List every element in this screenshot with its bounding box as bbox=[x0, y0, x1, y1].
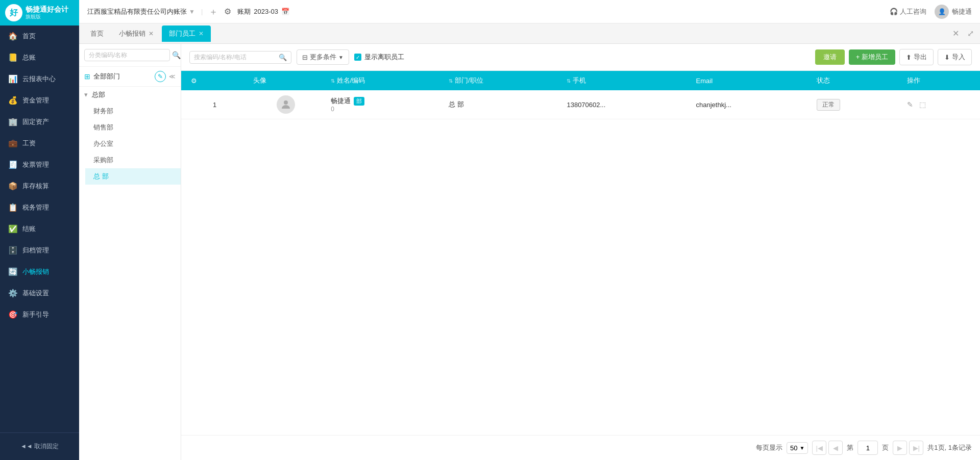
checkbox-icon: ✓ bbox=[354, 54, 361, 61]
sidebar-item-inventory[interactable]: 📦 库存核算 bbox=[0, 175, 79, 197]
app-logo: 好 畅捷通好会计 旗舰版 bbox=[0, 0, 79, 25]
delete-icon[interactable]: ⬚ bbox=[919, 100, 926, 109]
dept-edit-button[interactable]: ✎ bbox=[155, 71, 166, 82]
sidebar-item-invoice[interactable]: 🧾 发票管理 bbox=[0, 154, 79, 175]
col-num bbox=[207, 71, 247, 90]
employee-panel: 🔍 ⊟ 更多条件 ▼ ✓ 显示离职员工 邀请 + 新增员工 ⬆ 导出 bbox=[181, 44, 980, 460]
sidebar-item-home[interactable]: 🏠 首页 bbox=[0, 25, 79, 47]
inventory-icon: 📦 bbox=[8, 182, 17, 191]
sidebar-item-capital[interactable]: 💰 资金管理 bbox=[0, 90, 79, 111]
company-selector[interactable]: 江西服宝精品有限责任公司内账张 ▼ bbox=[87, 7, 195, 16]
show-resigned-checkbox[interactable]: ✓ 显示离职员工 bbox=[354, 53, 404, 62]
dept-root-item[interactable]: ▾ 总部 bbox=[79, 87, 181, 103]
company-dropdown-icon: ▼ bbox=[189, 8, 195, 15]
cancel-pin-button[interactable]: ◄◄ 取消固定 bbox=[0, 438, 79, 455]
tab-home[interactable]: 首页 bbox=[83, 25, 111, 42]
period-selector[interactable]: 账期 2023-03 📅 bbox=[237, 7, 289, 16]
grid-icon: ⊞ bbox=[84, 72, 90, 81]
sidebar-item-label: 归档管理 bbox=[22, 246, 49, 255]
first-page-button[interactable]: |◀ bbox=[812, 441, 826, 455]
export-button[interactable]: ⬆ 导出 bbox=[899, 49, 934, 65]
dept-search-input[interactable] bbox=[84, 49, 170, 61]
per-page-dropdown-icon: ▼ bbox=[799, 445, 804, 451]
assets-icon: 🏢 bbox=[8, 117, 17, 126]
expense-icon: 🔄 bbox=[8, 267, 17, 276]
import-button[interactable]: ⬇ 导入 bbox=[938, 49, 972, 65]
tab-dept-employee[interactable]: 部门员工 ✕ bbox=[162, 25, 211, 42]
add-company-icon[interactable]: ＋ bbox=[209, 6, 218, 18]
period-value: 2023-03 bbox=[254, 8, 278, 15]
employee-table-wrap: ⚙ 头像 ⇅ 姓名/编码 ⇅ 部门/职位 bbox=[181, 71, 980, 435]
filter-button[interactable]: ⊟ 更多条件 ▼ bbox=[297, 49, 349, 65]
search-icon[interactable]: 🔍 bbox=[172, 51, 181, 59]
add-employee-button[interactable]: + 新增员工 bbox=[849, 49, 895, 65]
dept-header: ⊞ 全部部门 ✎ ≪ bbox=[79, 67, 181, 87]
employee-avatar bbox=[277, 95, 295, 114]
dept-collapse-icon[interactable]: ≪ bbox=[169, 73, 176, 80]
topbar: 江西服宝精品有限责任公司内账张 ▼ | ＋ ⚙ 账期 2023-03 📅 🎧 人… bbox=[79, 0, 980, 23]
close-tab-icon[interactable]: ✕ bbox=[950, 27, 961, 40]
prev-page-button[interactable]: ◀ bbox=[828, 441, 843, 455]
col-dept-position[interactable]: ⇅ 部门/职位 bbox=[443, 71, 560, 90]
tab-expense[interactable]: 小畅报销 ✕ bbox=[112, 25, 161, 42]
edit-icon[interactable]: ✎ bbox=[907, 100, 913, 109]
dept-item-office[interactable]: 办公室 bbox=[85, 136, 181, 152]
cell-email: chanjethkj... bbox=[690, 90, 811, 119]
sidebar-item-expense[interactable]: 🔄 小畅报销 bbox=[0, 261, 79, 283]
tab-dept-close[interactable]: ✕ bbox=[199, 30, 204, 37]
total-info: 共1页, 1条记录 bbox=[927, 443, 972, 452]
topbar-divider: | bbox=[201, 8, 203, 15]
sidebar-item-settings[interactable]: ⚙️ 基础设置 bbox=[0, 283, 79, 304]
topbar-settings-icon[interactable]: ⚙ bbox=[224, 7, 231, 16]
sidebar-item-assets[interactable]: 🏢 固定资产 bbox=[0, 111, 79, 133]
per-page-select[interactable]: 50 ▼ bbox=[787, 442, 808, 454]
dept-children: 财务部 销售部 办公室 采购部 总 部 bbox=[79, 103, 181, 185]
user-menu[interactable]: 👤 畅捷通 bbox=[935, 5, 972, 19]
service-button[interactable]: 🎧 人工咨询 bbox=[890, 7, 926, 16]
sidebar-item-label: 发票管理 bbox=[22, 160, 49, 169]
col-name-code[interactable]: ⇅ 姓名/编码 bbox=[325, 71, 443, 90]
app-edition: 旗舰版 bbox=[26, 13, 68, 20]
topbar-right: 🎧 人工咨询 👤 畅捷通 bbox=[890, 5, 972, 19]
dept-item-sales[interactable]: 销售部 bbox=[85, 119, 181, 136]
col-status: 状态 bbox=[811, 71, 901, 90]
dept-item-purchase[interactable]: 采购部 bbox=[85, 152, 181, 168]
invite-button[interactable]: 邀请 bbox=[815, 49, 845, 65]
period-label: 账期 bbox=[237, 7, 251, 16]
filter-label: 更多条件 bbox=[310, 53, 336, 62]
name-code-cell: 畅捷通 部 bbox=[331, 96, 436, 106]
expand-tab-icon[interactable]: ⤢ bbox=[965, 27, 976, 40]
dept-item-finance[interactable]: 财务部 bbox=[85, 103, 181, 119]
col-phone[interactable]: ⇅ 手机 bbox=[560, 71, 690, 90]
sidebar-item-closing[interactable]: ✅ 结账 bbox=[0, 218, 79, 240]
employee-search-input[interactable] bbox=[194, 54, 277, 61]
col-gear[interactable]: ⚙ bbox=[181, 71, 207, 90]
settings-icon: ⚙️ bbox=[8, 289, 17, 298]
archive-icon: 🗄️ bbox=[8, 246, 17, 255]
invoice-icon: 🧾 bbox=[8, 160, 17, 169]
sidebar-item-reports[interactable]: 📊 云报表中心 bbox=[0, 68, 79, 90]
chevron-down-icon: ▼ bbox=[338, 55, 344, 60]
cell-phone: 138070602... bbox=[560, 90, 690, 119]
col-email: Email bbox=[690, 71, 811, 90]
employee-toolbar: 🔍 ⊟ 更多条件 ▼ ✓ 显示离职员工 邀请 + 新增员工 ⬆ 导出 bbox=[181, 44, 980, 71]
sidebar-item-guide[interactable]: 🎯 新手引导 bbox=[0, 304, 79, 325]
capital-icon: 💰 bbox=[8, 96, 17, 105]
sidebar-item-payroll[interactable]: 💼 工资 bbox=[0, 133, 79, 154]
dept-item-general[interactable]: 总 部 bbox=[85, 168, 181, 185]
import-icon: ⬇ bbox=[944, 54, 950, 61]
page-number-input[interactable] bbox=[857, 441, 878, 455]
logo-icon: 好 bbox=[5, 4, 22, 21]
last-page-button[interactable]: ▶| bbox=[909, 441, 923, 455]
dept-badge: 部 bbox=[354, 97, 364, 106]
tab-expense-close[interactable]: ✕ bbox=[149, 30, 154, 37]
sidebar-item-archive[interactable]: 🗄️ 归档管理 bbox=[0, 240, 79, 261]
sidebar-item-ledger[interactable]: 📒 总账 bbox=[0, 47, 79, 68]
show-resigned-label: 显示离职员工 bbox=[364, 53, 404, 62]
next-page-button[interactable]: ▶ bbox=[893, 441, 907, 455]
toolbar-right: 邀请 + 新增员工 ⬆ 导出 ⬇ 导入 bbox=[815, 49, 972, 65]
all-dept-label: 全部部门 bbox=[93, 72, 152, 81]
closing-icon: ✅ bbox=[8, 224, 17, 234]
sidebar-item-tax[interactable]: 📋 税务管理 bbox=[0, 197, 79, 218]
sidebar-item-label: 固定资产 bbox=[22, 117, 49, 126]
